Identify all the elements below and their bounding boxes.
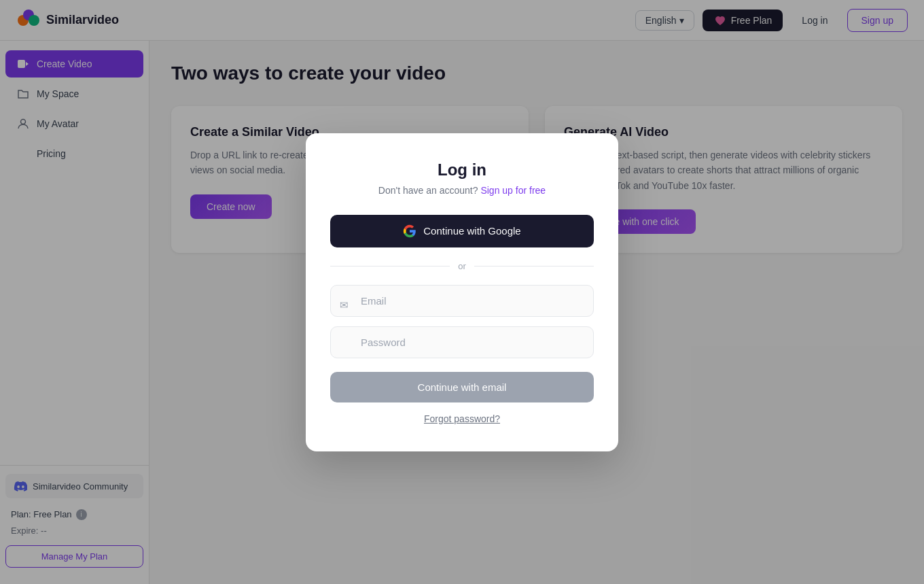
divider-line-right [474,266,594,267]
divider-line-left [330,266,450,267]
google-login-button[interactable]: Continue with Google [330,215,594,247]
signup-link[interactable]: Sign up for free [480,185,546,196]
email-input-wrapper: ✉ [330,285,594,326]
google-icon [403,224,416,238]
password-input-wrapper [330,326,594,368]
email-input[interactable] [330,285,594,317]
google-btn-label: Continue with Google [423,225,520,237]
password-input[interactable] [330,326,594,358]
modal-title: Log in [330,160,594,179]
divider-text: or [458,261,466,271]
forgot-password-link[interactable]: Forgot password? [330,413,594,424]
continue-email-button[interactable]: Continue with email [330,372,594,402]
modal-subtitle: Don't have an account? Sign up for free [330,185,594,196]
divider: or [330,261,594,271]
modal-overlay: Log in Don't have an account? Sign up fo… [0,0,924,584]
email-icon: ✉ [340,299,349,311]
login-modal: Log in Don't have an account? Sign up fo… [306,133,618,451]
